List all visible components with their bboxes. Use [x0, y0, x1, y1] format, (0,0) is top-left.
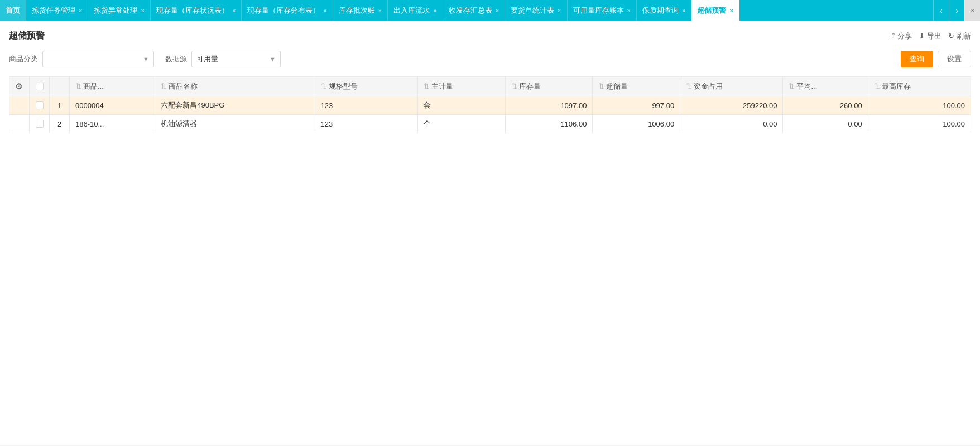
table-header-row: ⚙ ⇅商品... ⇅商品名称 ⇅规格型号 ⇅主计量: [9, 77, 971, 96]
share-button[interactable]: ⤴ 分享: [891, 31, 912, 41]
td-product-code: 186-10...: [70, 115, 155, 133]
page-content: 超储预警 ⤴ 分享 ⬇ 导出 ↻ 刷新 商品分类 ▼ 数据源: [0, 21, 980, 445]
nav-tab[interactable]: 超储预警×: [691, 0, 739, 21]
td-avg: 260.00: [783, 96, 868, 115]
row-checkbox[interactable]: [36, 120, 44, 128]
nav-tab-close-icon[interactable]: ×: [141, 7, 144, 14]
td-checkbox: [30, 96, 50, 115]
nav-tab-label: 拣货异常处理: [94, 6, 137, 16]
nav-tab-close-icon[interactable]: ×: [79, 7, 82, 14]
export-icon: ⬇: [919, 32, 925, 40]
th-stock[interactable]: ⇅库存量: [505, 77, 593, 96]
sort-icon-product-name: ⇅: [161, 82, 167, 90]
th-max-stock[interactable]: ⇅最高库存: [868, 77, 971, 96]
nav-tab[interactable]: 库存批次账×: [333, 0, 388, 21]
td-avg: 0.00: [783, 115, 868, 133]
td-settings: [9, 96, 30, 115]
nav-close-arrow[interactable]: ×: [964, 0, 980, 21]
td-stock: 1097.00: [505, 96, 593, 115]
sort-icon-capital: ⇅: [686, 82, 692, 90]
refresh-icon: ↻: [948, 32, 954, 40]
td-spec: 123: [315, 96, 417, 115]
nav-tab[interactable]: 拣货任务管理×: [26, 0, 88, 21]
nav-tab-close-icon[interactable]: ×: [627, 7, 631, 14]
td-rownum: 1: [50, 96, 70, 115]
nav-tab-close-icon[interactable]: ×: [682, 7, 685, 14]
td-rownum: 2: [50, 115, 70, 133]
nav-tab[interactable]: 现存量（库存分布表）×: [242, 0, 333, 21]
th-settings: ⚙: [9, 77, 30, 96]
table-row: 1 0000004 六配套新昌490BPG 123 套 1097.00 997.…: [9, 96, 971, 115]
th-rownum: [50, 77, 70, 96]
nav-tab[interactable]: 收发存汇总表×: [443, 0, 505, 21]
sort-icon-avg: ⇅: [789, 82, 795, 90]
datasource-select[interactable]: 可用量 ▼: [191, 51, 281, 67]
td-checkbox: [30, 115, 50, 133]
sort-icon-product-code: ⇅: [75, 82, 81, 90]
nav-tab-label: 拣货任务管理: [32, 6, 75, 16]
nav-next-arrow[interactable]: ›: [949, 0, 964, 21]
nav-tab-label: 现存量（库存状况表）: [156, 6, 229, 16]
settings-gear-icon[interactable]: ⚙: [15, 81, 22, 91]
nav-tab-close-icon[interactable]: ×: [232, 7, 236, 14]
nav-arrows: ‹ › ×: [933, 0, 980, 21]
sort-icon-stock: ⇅: [511, 82, 517, 90]
nav-tab-label: 现存量（库存分布表）: [247, 6, 320, 16]
th-product-name[interactable]: ⇅商品名称: [155, 77, 315, 96]
sort-icon-unit: ⇅: [424, 82, 430, 90]
page-title: 超储预警: [9, 30, 45, 42]
nav-prev-arrow[interactable]: ‹: [933, 0, 949, 21]
nav-tab-close-icon[interactable]: ×: [496, 7, 499, 14]
nav-tab[interactable]: 出入库流水×: [388, 0, 443, 21]
nav-tab[interactable]: 现存量（库存状况表）×: [151, 0, 242, 21]
td-product-code: 0000004: [70, 96, 155, 115]
category-select[interactable]: ▼: [42, 51, 154, 67]
th-capital[interactable]: ⇅资金占用: [680, 77, 783, 96]
select-all-checkbox[interactable]: [36, 83, 44, 90]
td-over-stock: 997.00: [593, 96, 680, 115]
td-over-stock: 1006.00: [593, 115, 680, 133]
query-button[interactable]: 查询: [901, 51, 933, 67]
nav-tab-close-icon[interactable]: ×: [433, 7, 436, 14]
nav-tab-label: 可用量库存账本: [573, 6, 624, 16]
td-spec: 123: [315, 115, 417, 133]
td-max-stock: 100.00: [868, 115, 971, 133]
datasource-filter-group: 数据源 可用量 ▼: [165, 51, 281, 67]
nav-tab[interactable]: 拣货异常处理×: [88, 0, 150, 21]
filter-actions: 查询 设置: [901, 51, 971, 67]
nav-tab-close-icon[interactable]: ×: [323, 7, 326, 14]
nav-tab-close-icon[interactable]: ×: [729, 7, 733, 14]
settings-button[interactable]: 设置: [938, 51, 971, 67]
export-button[interactable]: ⬇ 导出: [919, 31, 941, 41]
nav-tab[interactable]: 可用量库存账本×: [568, 0, 637, 21]
row-checkbox[interactable]: [36, 101, 44, 109]
th-spec[interactable]: ⇅规格型号: [315, 77, 417, 96]
nav-bar: 首页 拣货任务管理×拣货异常处理×现存量（库存状况表）×现存量（库存分布表）×库…: [0, 0, 980, 21]
nav-tab-label: 超储预警: [697, 6, 726, 16]
td-stock: 1106.00: [505, 115, 593, 133]
th-product-code[interactable]: ⇅商品...: [70, 77, 155, 96]
page-header: 超储预警 ⤴ 分享 ⬇ 导出 ↻ 刷新: [9, 30, 971, 42]
th-avg[interactable]: ⇅平均...: [783, 77, 868, 96]
td-unit: 个: [417, 115, 505, 133]
category-label: 商品分类: [9, 54, 38, 64]
filter-row: 商品分类 ▼ 数据源 可用量 ▼ 查询 设置: [9, 51, 971, 67]
td-settings: [9, 115, 30, 133]
category-chevron-icon: ▼: [143, 56, 149, 62]
sort-icon-spec: ⇅: [321, 82, 327, 90]
nav-tab-close-icon[interactable]: ×: [558, 7, 561, 14]
nav-tab-close-icon[interactable]: ×: [378, 7, 382, 14]
nav-home[interactable]: 首页: [0, 0, 26, 21]
nav-tab-label: 收发存汇总表: [449, 6, 492, 16]
th-over-stock[interactable]: ⇅超储量: [593, 77, 680, 96]
datasource-select-value: 可用量: [196, 54, 218, 64]
nav-tab-label: 库存批次账: [339, 6, 375, 16]
refresh-button[interactable]: ↻ 刷新: [948, 31, 971, 41]
header-actions: ⤴ 分享 ⬇ 导出 ↻ 刷新: [891, 31, 971, 41]
nav-tab[interactable]: 要货单统计表×: [505, 0, 567, 21]
td-capital: 259220.00: [680, 96, 783, 115]
nav-tab[interactable]: 保质期查询×: [637, 0, 691, 21]
category-filter-group: 商品分类 ▼: [9, 51, 154, 67]
th-checkbox: [30, 77, 50, 96]
th-unit[interactable]: ⇅主计量: [417, 77, 505, 96]
